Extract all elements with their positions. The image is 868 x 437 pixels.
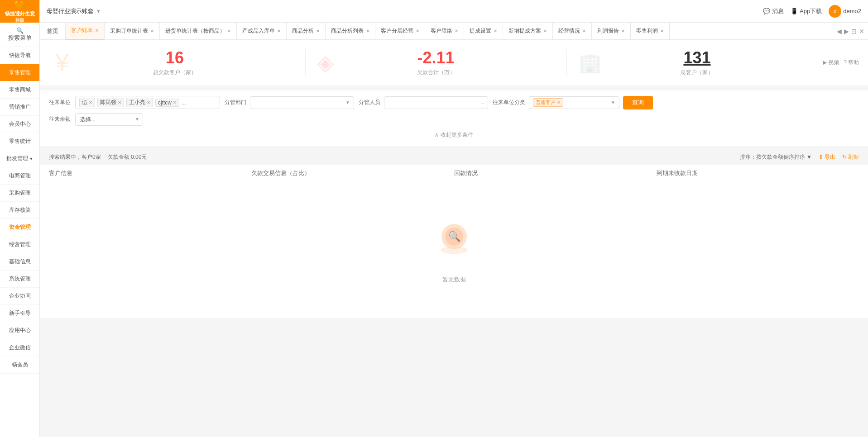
nav-tabs-controls: ◀ ▶ ⊡ ✕ [833, 28, 868, 35]
tab-label: 经营情况 [558, 27, 580, 35]
sidebar-item-enterprise-wechat[interactable]: 企业微信 [0, 339, 39, 356]
person-select[interactable]: ... [384, 96, 488, 109]
query-button[interactable]: 查询 [623, 96, 653, 109]
sidebar-item-operations[interactable]: 经营管理 [0, 236, 39, 253]
sidebar-item-retail-mall[interactable]: 零售商城 [0, 81, 39, 99]
sidebar-item-inventory[interactable]: 库存核算 [0, 202, 39, 219]
sidebar-item-app-center[interactable]: 应用中心 [0, 322, 39, 339]
tab-label: 采购订单统计表 [110, 27, 148, 35]
stat-debit-customers-value: 16 [166, 49, 184, 67]
sidebar-item-member-center[interactable]: 会员中心 [0, 116, 39, 133]
tab-close-all-icon[interactable]: ✕ [859, 28, 864, 35]
tab-product-inbound[interactable]: 产成品入库单 ✕ [237, 23, 287, 40]
category-select[interactable]: 普通客户 ✕ ▼ [529, 96, 619, 109]
sidebar-item-finance[interactable]: 资金管理 [0, 219, 39, 236]
tab-close-icon[interactable]: ✕ [582, 28, 586, 33]
dept-select[interactable]: ▼ [250, 96, 354, 109]
unit-tags-container[interactable]: 伍 ✕ 陈民强 ✕ 王小亮 ✕ cjttcw ✕ ... [75, 96, 220, 109]
tab-close-icon[interactable]: ✕ [227, 28, 231, 33]
tag-remove-icon[interactable]: ✕ [89, 100, 92, 105]
tag-text: cjttcw [158, 100, 172, 106]
tab-customer-ledger[interactable]: 客户账本 ✕ [66, 23, 105, 40]
sidebar-item-basic-info[interactable]: 基础信息 [0, 253, 39, 271]
tag-remove-icon[interactable]: ✕ [557, 100, 561, 105]
unit-tags-more-btn[interactable]: ... [182, 100, 186, 106]
sidebar-item-system[interactable]: 系统管理 [0, 271, 39, 288]
unit-tag-chen[interactable]: 陈民强 ✕ [97, 98, 124, 107]
tab-goods-analysis[interactable]: 商品分析 ✕ [287, 23, 326, 40]
tab-scroll-right-icon[interactable]: ▶ [844, 28, 849, 35]
tag-remove-icon[interactable]: ✕ [118, 100, 121, 105]
help-btn[interactable]: ? 帮助 [844, 59, 859, 66]
account-selector[interactable]: 母婴行业演示账套 ▼ [47, 7, 101, 15]
sidebar-item-label: 会员中心 [9, 121, 31, 127]
sort-arrow-icon: ▼ [806, 154, 812, 160]
user-name: demo2 [843, 8, 861, 14]
tab-goods-stats[interactable]: 进货单统计表（按商品） ✕ [160, 23, 237, 40]
video-help-btn[interactable]: ▶ 视频 [823, 59, 839, 66]
export-icon: ⬆ [819, 154, 823, 160]
tab-customer-contact[interactable]: 客户联络 ✕ [425, 23, 464, 40]
tab-close-icon[interactable]: ✕ [277, 28, 281, 33]
sidebar-item-retail-management[interactable]: 零售管理 [0, 64, 39, 81]
export-btn[interactable]: ⬆ 导出 [819, 153, 835, 161]
tab-close-icon[interactable]: ✕ [660, 28, 664, 33]
tab-goods-analysis-list[interactable]: 商品分析列表 ✕ [326, 23, 375, 40]
app-download-btn[interactable]: 📱 App下载 [791, 7, 822, 15]
sidebar-item-newcomer[interactable]: 新手引导 [0, 305, 39, 322]
tab-close-icon[interactable]: ✕ [416, 28, 419, 33]
tab-close-icon[interactable]: ✕ [366, 28, 369, 33]
sidebar-item-label: 电商管理 [9, 172, 31, 179]
tab-commission-settings[interactable]: 提成设置 ✕ [464, 23, 503, 40]
result-bar: 搜索结果中，客户0家 欠款金额 0.00元 排序：按欠款金额倒序排序 ▼ ⬆ 导… [40, 150, 868, 165]
col-due-date: 到期未收款日期 [657, 169, 859, 177]
category-label: 往来单位分类 [493, 99, 525, 106]
balance-select[interactable]: 选择... [75, 113, 143, 126]
sidebar-item-ecommerce[interactable]: 电商管理 [0, 167, 39, 185]
tab-close-icon[interactable]: ✕ [95, 28, 99, 33]
tab-close-icon[interactable]: ✕ [543, 28, 547, 33]
tag-remove-icon[interactable]: ✕ [173, 100, 177, 105]
sidebar-item-wholesale[interactable]: 批发管理 ▼ [0, 150, 39, 167]
collapse-btn[interactable]: ∧ 收起更多条件 [435, 129, 473, 141]
tab-profit-report[interactable]: 利润报告 ✕ [592, 23, 631, 40]
user-profile[interactable]: d demo2 [829, 5, 861, 18]
table-header: 客户信息 欠款交易信息（占比） 回款情况 到期未收款日期 [40, 165, 868, 182]
sidebar-item-purchase[interactable]: 采购管理 [0, 185, 39, 202]
tab-retail-profit[interactable]: 零售利润 ✕ [631, 23, 670, 40]
tag-text: 王小亮 [129, 99, 145, 106]
tab-purchase-order-stats[interactable]: 采购订单统计表 ✕ [105, 23, 160, 40]
sidebar-item-enterprise-collab[interactable]: 企业协同 [0, 288, 39, 305]
sort-btn[interactable]: 排序：按欠款金额倒序排序 ▼ [740, 153, 812, 161]
unit-tag-wu[interactable]: 伍 ✕ [79, 98, 95, 107]
sidebar-item-label: 基础信息 [9, 258, 31, 265]
tab-home[interactable]: 首页 [40, 23, 66, 40]
tab-close-icon[interactable]: ✕ [494, 28, 497, 33]
tab-new-commission-plan[interactable]: 新增提成方案 ✕ [503, 23, 553, 40]
svg-text:🔍: 🔍 [448, 230, 460, 242]
sidebar-item-marketing[interactable]: 营销推广 [0, 99, 39, 116]
sidebar-item-label: 企业协同 [9, 293, 31, 299]
tag-text: 陈民强 [100, 99, 116, 106]
unit-tag-wang[interactable]: 王小亮 ✕ [126, 98, 153, 107]
sidebar-item-quick-nav[interactable]: 快捷导航 [0, 47, 39, 64]
sidebar-search[interactable]: 🔍 搜索菜单 [0, 23, 39, 47]
sidebar-logo[interactable]: 🧡 畅捷通好生意 标版 [0, 0, 39, 23]
unit-tag-cjttcw[interactable]: cjttcw ✕ [155, 99, 179, 107]
tag-remove-icon[interactable]: ✕ [147, 100, 150, 105]
tab-close-icon[interactable]: ✕ [316, 28, 320, 33]
tab-close-icon[interactable]: ✕ [455, 28, 458, 33]
sidebar-item-label: 经营管理 [9, 241, 31, 247]
message-btn[interactable]: 💬 消息 [763, 7, 784, 15]
sidebar-item-chang-member[interactable]: 畅会员 [0, 356, 39, 374]
sidebar-item-retail-stats[interactable]: 零售统计 [0, 133, 39, 150]
tab-close-icon[interactable]: ✕ [621, 28, 625, 33]
tab-expand-icon[interactable]: ⊡ [851, 28, 857, 35]
tab-close-icon[interactable]: ✕ [150, 28, 154, 33]
tab-operations-status[interactable]: 经营情况 ✕ [553, 23, 592, 40]
refresh-btn[interactable]: ↻ 刷新 [842, 153, 859, 161]
tab-scroll-left-icon[interactable]: ◀ [837, 28, 842, 35]
tab-customer-tier[interactable]: 客户分层经营 ✕ [375, 23, 425, 40]
category-tag-normal[interactable]: 普通客户 ✕ [533, 98, 563, 107]
filter-row-1: 往来单位 伍 ✕ 陈民强 ✕ 王小亮 ✕ cjttcw [49, 96, 859, 109]
